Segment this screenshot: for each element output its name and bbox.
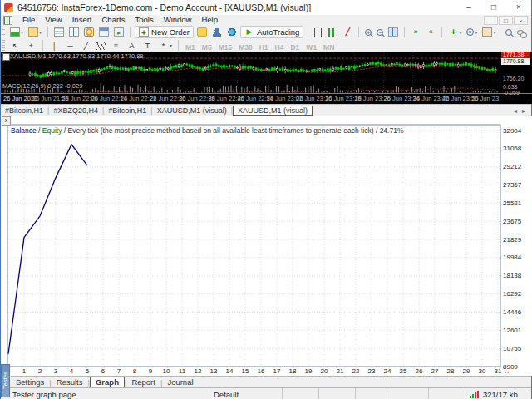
time-axis-label: 26 Jun 23:58: [471, 95, 500, 102]
toolbar-separator: [308, 27, 308, 37]
menu-item-tools[interactable]: Tools: [130, 15, 158, 24]
child-restore-button[interactable]: □: [499, 16, 513, 25]
tab-scroll-right-button[interactable]: ▸: [520, 107, 528, 115]
community-button[interactable]: [225, 26, 239, 38]
chart-tab-0[interactable]: #Bitcoin,H1: [1, 106, 47, 115]
text-button[interactable]: A: [125, 39, 139, 52]
tester-graph[interactable]: 0123456789101112131415161718192021222324…: [1, 116, 532, 376]
menu-item-help[interactable]: Help: [196, 15, 223, 24]
vertical-line-button[interactable]: │: [47, 39, 62, 52]
market-watch-button[interactable]: [52, 26, 66, 38]
minimize-button[interactable]: –: [456, 0, 481, 15]
indicators-button[interactable]: +▾: [446, 26, 463, 38]
zoom-in-button[interactable]: +: [363, 26, 373, 38]
chart-window-icon[interactable]: [3, 16, 12, 25]
toolbar-drag-handle[interactable]: [2, 27, 5, 37]
toolbar-drag-handle[interactable]: [2, 40, 5, 51]
tester-panel-tab[interactable]: Tester: [1, 364, 10, 397]
tester-graph-legend: Balance / Equity / Every tick (the most …: [11, 126, 403, 135]
tester-tab-settings[interactable]: Settings: [11, 377, 49, 387]
bar-chart-button[interactable]: [313, 26, 325, 38]
chart-tab-4[interactable]: XAUUSD,M1 (visual): [233, 106, 313, 116]
text-label-button[interactable]: T: [140, 39, 155, 52]
timeframe-m30-button[interactable]: M30: [235, 43, 256, 52]
experts-button[interactable]: [210, 26, 224, 38]
menu-item-window[interactable]: Window: [159, 15, 197, 24]
status-cell: [355, 388, 392, 399]
svg-text:16292: 16292: [503, 290, 522, 298]
new-order-button[interactable]: +New Order: [135, 26, 194, 38]
tester-close-button[interactable]: x: [2, 116, 11, 126]
timeframe-w1-button[interactable]: W1: [303, 43, 320, 52]
tile-windows-button[interactable]: [387, 26, 400, 38]
svg-text:30: 30: [479, 367, 486, 375]
timeframe-mn-button[interactable]: MN: [320, 43, 337, 52]
metaeditor-icon: [197, 27, 207, 37]
close-button[interactable]: ×: [506, 0, 531, 15]
svg-text:6: 6: [101, 367, 106, 375]
crosshair-button[interactable]: +: [24, 39, 38, 52]
channel-button[interactable]: [95, 39, 107, 52]
timeframe-h4-button[interactable]: H4: [272, 43, 288, 52]
trendline-button[interactable]: ╱: [79, 39, 93, 52]
price-chart[interactable]: XAUUSD,M1 1770.63 1770.93 1770.44 1770.8…: [1, 52, 531, 104]
child-close-button[interactable]: ×: [514, 16, 528, 25]
child-minimize-button[interactable]: –: [484, 16, 498, 25]
menu-item-charts[interactable]: Charts: [97, 15, 131, 24]
chart-tab-1[interactable]: #XBZQ20,H4: [49, 106, 102, 115]
search-button[interactable]: [504, 26, 514, 38]
auto-scroll-button[interactable]: »: [409, 26, 422, 38]
profiles-button[interactable]: ▾: [27, 26, 43, 38]
tester-tab-results[interactable]: Results: [52, 377, 88, 387]
svg-text:14: 14: [226, 367, 234, 375]
text-icon: A: [126, 42, 137, 50]
chart-tab-3[interactable]: XAUUSD,M1 (visual): [153, 106, 231, 115]
fibonacci-button[interactable]: ≡: [109, 39, 123, 52]
status-profile[interactable]: Default: [209, 388, 282, 399]
autotrading-button[interactable]: ▶AutoTrading: [240, 26, 303, 38]
svg-text:28: 28: [447, 367, 455, 375]
timeframe-h1-button[interactable]: H1: [256, 43, 272, 52]
data-window-button[interactable]: [67, 26, 81, 38]
svg-text:1: 1: [22, 367, 27, 375]
tab-scroll-left-button[interactable]: ◂: [511, 107, 520, 115]
arrows-button[interactable]: *▾: [156, 39, 174, 52]
horizontal-line-button[interactable]: ─: [63, 39, 77, 52]
templates-button[interactable]: ▾: [480, 26, 497, 38]
timeframe-m15-button[interactable]: M15: [215, 43, 236, 52]
svg-text:32904: 32904: [503, 127, 522, 135]
periods-button[interactable]: ▾: [465, 26, 479, 38]
svg-text:9: 9: [149, 367, 153, 375]
tester-tab-graph[interactable]: Graph: [90, 377, 125, 388]
toolbar-line-studies: ↖ + │ ─ ╱ ≡ A T *▾ M1M5M15M30H1H4D1W1MN: [1, 39, 531, 52]
timeframe-m1-button[interactable]: M1: [182, 43, 199, 52]
menu-item-insert[interactable]: Insert: [67, 15, 97, 24]
chart-tab-2[interactable]: #Bitcoin,H1: [104, 106, 150, 115]
menu-bar: FileViewInsertChartsToolsWindowHelp – □ …: [1, 15, 531, 25]
tester-tab-report[interactable]: Report: [126, 377, 160, 387]
navigator-button[interactable]: [82, 26, 96, 38]
new-chart-button[interactable]: ▾: [8, 26, 25, 38]
timeframe-d1-button[interactable]: D1: [287, 43, 303, 52]
svg-text:13: 13: [210, 367, 218, 375]
cursor-button[interactable]: ↖: [8, 39, 22, 52]
chevron-down-icon: ▾: [170, 42, 172, 48]
menu-item-view[interactable]: View: [40, 15, 66, 24]
line-chart-button[interactable]: ╱: [341, 26, 354, 38]
bid-price-box: 1770.88: [501, 58, 530, 65]
menu-item-file[interactable]: File: [17, 15, 40, 24]
chat-button[interactable]: [515, 26, 525, 38]
traffic-label: 321/17 kb: [483, 390, 518, 399]
maximize-button[interactable]: □: [481, 0, 506, 15]
tester-tab-journal[interactable]: Journal: [162, 377, 198, 387]
terminal-button[interactable]: [97, 26, 111, 38]
chart-shift-button[interactable]: «: [424, 26, 437, 38]
candlestick-button[interactable]: [327, 26, 339, 38]
chart-tab-bar: #Bitcoin,H1|#XBZQ20,H4|#Bitcoin,H1|XAUUS…: [1, 104, 531, 116]
chat-icon: [517, 30, 524, 35]
strategy-tester-button[interactable]: ▸: [112, 26, 126, 38]
one-click-trading-button[interactable]: [2, 53, 10, 61]
metaeditor-button[interactable]: [195, 26, 209, 38]
timeframe-m5-button[interactable]: M5: [199, 43, 215, 52]
zoom-out-button[interactable]: −: [375, 26, 385, 38]
